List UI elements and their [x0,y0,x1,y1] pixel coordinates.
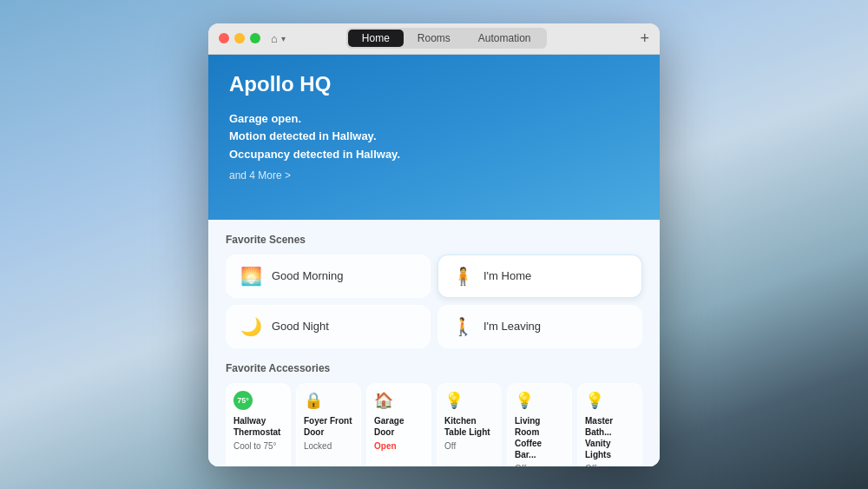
vanity-lights-status: Off [585,464,635,466]
tab-automation[interactable]: Automation [464,30,545,47]
accessory-foyer-door[interactable]: 🔒 Foyer Front Door Locked [296,383,361,466]
add-button[interactable]: + [640,30,649,46]
kitchen-light-status: Off [444,441,494,452]
app-window: ⌂ ▾ Home Rooms Automation + Apollo HQ Ga… [208,23,660,466]
good-morning-icon: 🌅 [239,266,263,287]
thermostat-status: Cool to 75° [233,441,283,452]
vanity-lights-name: Master Bath... Vanity Lights [585,415,635,460]
hero-title: Apollo HQ [229,72,639,96]
alert-3: Occupancy detected in Hallway. [229,148,400,161]
garage-door-icon: 🏠 [374,391,424,410]
hero-alerts: Garage open. Motion detected in Hallway.… [229,110,639,164]
scene-im-home[interactable]: 🧍 I'm Home [437,254,642,298]
accessory-kitchen-light[interactable]: 💡 Kitchen Table Light Off [437,383,502,466]
vanity-lights-icon: 💡 [585,391,635,410]
good-night-icon: 🌙 [239,316,263,337]
im-home-icon: 🧍 [450,266,475,287]
scene-good-morning[interactable]: 🌅 Good Morning [226,254,431,298]
coffee-bar-name: Living Room Coffee Bar... [515,415,564,460]
hero-section: Apollo HQ Garage open. Motion detected i… [208,55,660,220]
scene-im-leaving[interactable]: 🚶 I'm Leaving [437,305,642,348]
kitchen-light-name: Kitchen Table Light [444,415,494,438]
accessories-section: Favorite Scenes 🌅 Good Morning 🧍 I'm Hom… [208,220,660,466]
im-home-label: I'm Home [483,269,531,282]
home-icon: ⌂ [271,32,278,45]
im-leaving-icon: 🚶 [450,316,475,337]
thermostat-name: Hallway Thermostat [233,415,283,438]
traffic-lights [219,33,260,43]
good-morning-label: Good Morning [272,269,343,282]
minimize-button[interactable] [234,33,245,43]
foyer-door-status: Locked [304,441,353,452]
hero-more-link[interactable]: and 4 More > [229,169,639,182]
coffee-bar-icon: 💡 [515,391,564,410]
main-content: Apollo HQ Garage open. Motion detected i… [208,55,660,466]
accessories-label: Favorite Accessories [226,362,642,374]
tab-bar: Home Rooms Automation [346,28,547,49]
tab-home[interactable]: Home [348,30,404,47]
titlebar: ⌂ ▾ Home Rooms Automation + [208,23,660,55]
foyer-door-name: Foyer Front Door [304,415,353,438]
scenes-label: Favorite Scenes [226,234,642,246]
garage-door-name: Garage Door [374,415,424,438]
good-night-label: Good Night [272,320,329,333]
accessory-living-room-coffee[interactable]: 💡 Living Room Coffee Bar... Off [507,383,572,466]
accessories-grid-row1: 75° Hallway Thermostat Cool to 75° 🔒 Foy… [226,383,642,466]
accessory-hallway-thermostat[interactable]: 75° Hallway Thermostat Cool to 75° [226,383,291,466]
kitchen-light-icon: 💡 [444,391,494,410]
accessory-master-bath-vanity[interactable]: 💡 Master Bath... Vanity Lights Off [577,383,642,466]
garage-door-status: Open [374,441,424,452]
im-leaving-label: I'm Leaving [483,320,541,333]
scenes-grid: 🌅 Good Morning 🧍 I'm Home 🌙 Good Night 🚶… [226,254,642,348]
alert-1: Garage open. [229,112,301,125]
scene-good-night[interactable]: 🌙 Good Night [226,305,431,348]
alert-2: Motion detected in Hallway. [229,129,377,142]
maximize-button[interactable] [250,33,260,43]
close-button[interactable] [219,33,229,43]
chevron-down-icon[interactable]: ▾ [281,34,286,43]
coffee-bar-status: Off [515,464,564,466]
foyer-door-icon: 🔒 [304,391,353,410]
tab-rooms[interactable]: Rooms [404,30,464,47]
accessory-garage-door[interactable]: 🏠 Garage Door Open [366,383,431,466]
thermostat-badge: 75° [233,391,253,410]
